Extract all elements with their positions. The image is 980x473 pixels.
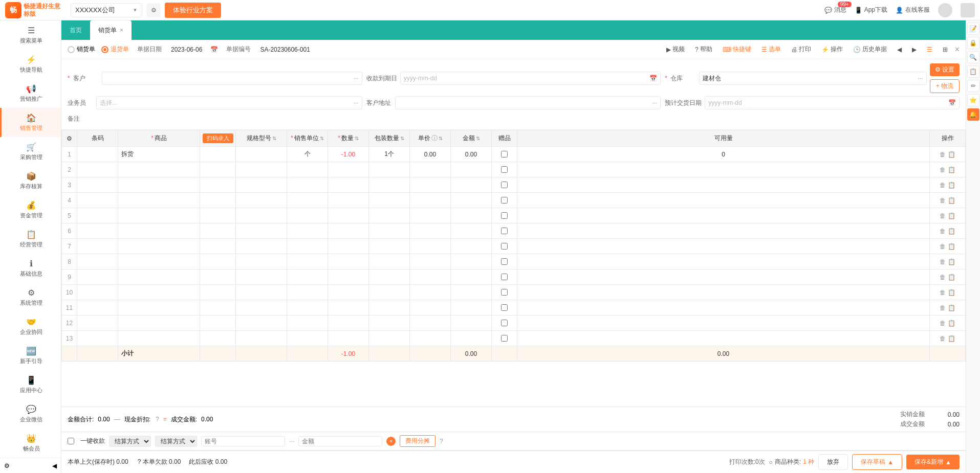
gift-checkbox[interactable]	[501, 289, 508, 296]
cell-pkg-qty[interactable]	[369, 208, 410, 223]
cell-pkg-qty[interactable]	[369, 269, 410, 285]
copy-row-icon[interactable]: 📋	[948, 228, 955, 235]
tab-home[interactable]: 首页	[61, 20, 90, 40]
cell-gift[interactable]	[492, 162, 517, 177]
expected-date-calendar-icon[interactable]: 📅	[948, 99, 956, 106]
sidebar-item-marketing[interactable]: 📢 营销推广	[0, 79, 61, 108]
online-support-btn[interactable]: 👤 在线客服	[896, 6, 930, 14]
cell-product[interactable]	[118, 300, 200, 316]
cell-product[interactable]	[118, 177, 200, 193]
cell-spec[interactable]	[236, 254, 287, 269]
cell-price[interactable]	[410, 300, 451, 316]
cell-amount[interactable]	[451, 177, 492, 193]
cell-gift[interactable]	[492, 285, 517, 300]
tab-sales-order[interactable]: 销货单 ×	[90, 20, 132, 40]
sidebar-item-apps[interactable]: 📱 应用中心	[0, 370, 61, 399]
rt-btn-star[interactable]: ⭐	[967, 94, 979, 106]
delete-row-icon[interactable]: 🗑	[940, 320, 946, 327]
gift-checkbox[interactable]	[501, 197, 508, 204]
sidebar-item-system[interactable]: ⚙ 系统管理	[0, 283, 61, 312]
cell-unit[interactable]	[287, 269, 328, 285]
cell-amount[interactable]	[451, 162, 492, 177]
cell-spec[interactable]	[236, 269, 287, 285]
tab-close-icon[interactable]: ×	[120, 27, 123, 34]
cell-spec[interactable]	[236, 223, 287, 239]
cell-spec[interactable]	[236, 147, 287, 162]
delete-row-icon[interactable]: 🗑	[940, 182, 946, 189]
cell-spec[interactable]	[236, 208, 287, 223]
gift-checkbox[interactable]	[501, 335, 508, 342]
gift-checkbox[interactable]	[501, 166, 508, 173]
amount-input[interactable]	[298, 436, 382, 446]
sidebar-item-cooperation[interactable]: 🤝 企业协同	[0, 312, 61, 341]
sidebar-item-members[interactable]: 👑 畅会员	[0, 429, 61, 458]
rt-btn-search[interactable]: 🔍	[967, 51, 979, 63]
cell-product[interactable]	[118, 316, 200, 331]
cell-pkg-qty[interactable]	[369, 162, 410, 177]
expense-split-btn[interactable]: 费用分摊	[400, 435, 435, 447]
account-dots[interactable]: ···	[289, 438, 294, 445]
discard-btn[interactable]: 放弃	[818, 454, 848, 470]
customer-addr-input[interactable]: ···	[395, 96, 661, 109]
cell-pkg-qty[interactable]	[369, 316, 410, 331]
sidebar-footer-settings[interactable]: ⚙	[4, 462, 10, 469]
form-close-btn[interactable]: ×	[955, 45, 960, 54]
cell-product[interactable]	[118, 223, 200, 239]
gift-checkbox[interactable]	[501, 274, 508, 280]
cell-amount[interactable]	[451, 300, 492, 316]
cell-unit[interactable]	[287, 193, 328, 208]
delete-row-icon[interactable]: 🗑	[940, 228, 946, 235]
save-new-btn[interactable]: 保存&新增 ▲	[906, 455, 960, 469]
cell-pkg-qty[interactable]	[369, 239, 410, 254]
copy-row-icon[interactable]: 📋	[948, 212, 955, 219]
cell-price[interactable]	[410, 269, 451, 285]
sidebar-item-sales[interactable]: 🏠 销售管理	[0, 108, 61, 137]
cell-product[interactable]	[118, 331, 200, 346]
cell-qty[interactable]	[328, 300, 369, 316]
cell-amount[interactable]: 0.00	[451, 147, 492, 162]
delete-row-icon[interactable]: 🗑	[940, 166, 946, 173]
radio-return-order[interactable]: 退货单	[101, 45, 129, 54]
cell-unit[interactable]	[287, 254, 328, 269]
cell-barcode[interactable]	[77, 316, 118, 331]
cell-qty[interactable]	[328, 269, 369, 285]
cell-spec[interactable]	[236, 193, 287, 208]
cell-barcode[interactable]	[77, 300, 118, 316]
copy-row-icon[interactable]: 📋	[948, 182, 955, 189]
cell-product[interactable]	[118, 193, 200, 208]
cell-qty[interactable]	[328, 254, 369, 269]
cell-amount[interactable]	[451, 285, 492, 300]
cell-amount[interactable]	[451, 223, 492, 239]
delete-row-icon[interactable]: 🗑	[940, 212, 946, 219]
cell-qty[interactable]	[328, 316, 369, 331]
cell-price[interactable]	[410, 208, 451, 223]
toolbar-print-btn[interactable]: 🖨 打印	[788, 44, 814, 55]
cell-price[interactable]	[410, 285, 451, 300]
toolbar-view-list[interactable]: ☰	[924, 45, 935, 54]
cell-spec[interactable]	[236, 331, 287, 346]
cell-pkg-qty[interactable]	[369, 193, 410, 208]
toolbar-nav-prev[interactable]: ◀	[894, 45, 905, 54]
cell-qty[interactable]	[328, 162, 369, 177]
cell-pkg-qty[interactable]: 1个	[369, 147, 410, 162]
user-menu[interactable]	[961, 3, 975, 17]
delete-row-icon[interactable]: 🗑	[940, 151, 946, 158]
rt-btn-edit[interactable]: ✏	[967, 80, 979, 92]
sidebar-item-basics[interactable]: ℹ 基础信息	[0, 254, 61, 283]
add-payment-btn[interactable]: +	[386, 437, 396, 446]
cell-pkg-qty[interactable]	[369, 285, 410, 300]
copy-row-icon[interactable]: 📋	[948, 166, 955, 173]
customer-input[interactable]: ···	[102, 72, 362, 85]
cell-barcode[interactable]	[77, 147, 118, 162]
cell-barcode[interactable]	[77, 285, 118, 300]
cell-barcode[interactable]	[77, 177, 118, 193]
cell-qty[interactable]	[328, 177, 369, 193]
cell-gift[interactable]	[492, 239, 517, 254]
cell-barcode[interactable]	[77, 223, 118, 239]
cell-qty[interactable]	[328, 239, 369, 254]
settings-action-btn[interactable]: ⚙ 设置	[930, 63, 960, 76]
cell-pkg-qty[interactable]	[369, 223, 410, 239]
copy-row-icon[interactable]: 📋	[948, 243, 955, 250]
sidebar-item-purchase[interactable]: 🛒 采购管理	[0, 137, 61, 166]
cell-price[interactable]: 0.00	[410, 147, 451, 162]
